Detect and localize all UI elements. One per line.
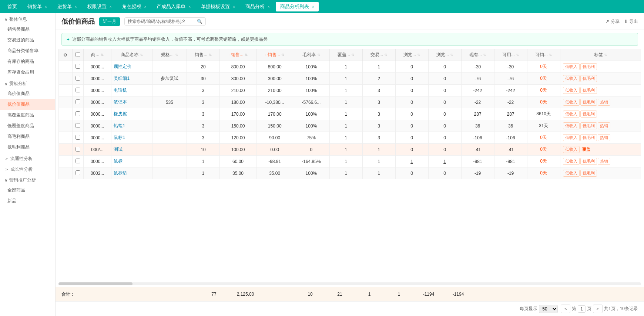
row-spec [152, 144, 187, 156]
sidebar-item-stocked-goods[interactable]: 有库存的商品 [0, 56, 55, 67]
sidebar-section-marketing[interactable]: ∨ 营销推广分析 [0, 174, 55, 185]
th-tags[interactable]: 标签 ⇅ [560, 49, 641, 61]
row-name[interactable]: 笔记本 [111, 96, 152, 108]
th-coverage[interactable]: 覆盖... ⇅ [329, 49, 362, 61]
close-icon[interactable]: × [233, 5, 235, 9]
th-stock1[interactable]: 现有... ⇅ [461, 49, 494, 61]
th-sales1[interactable]: 销售... ⇅ [187, 49, 219, 61]
row-checkbox[interactable] [76, 159, 80, 163]
sidebar-item-category-sales[interactable]: 商品分类销售率 [0, 45, 55, 56]
search-icon[interactable]: 🔍 [197, 19, 202, 24]
close-icon[interactable]: × [144, 5, 147, 9]
th-gross[interactable]: 毛利率 ⇅ [293, 49, 329, 61]
row-name[interactable]: 鼠标1 [111, 132, 152, 144]
row-s2: 60.00 [219, 156, 256, 167]
sidebar-section-liquidity[interactable]: ＞ 流通性分析 [0, 153, 55, 163]
table-row: 0000... 笔记本 535 3 180.00 -10,380... -576… [59, 96, 641, 108]
next-page-button[interactable]: ＞ [593, 305, 603, 313]
th-stock2[interactable]: 可用... ⇅ [494, 49, 527, 61]
row-name[interactable]: 属性定价 [111, 61, 152, 73]
th-browse2[interactable]: 浏览... ⇅ [428, 49, 461, 61]
export-icon: ⬇ [624, 19, 628, 24]
browse2-link[interactable]: 1 [443, 159, 446, 164]
row-stock1: -76 [461, 73, 494, 85]
row-name[interactable]: 鼠标垫 [111, 167, 152, 179]
row-spec [152, 132, 187, 144]
row-name[interactable]: 测试 [111, 144, 152, 156]
row-name[interactable]: 铅笔1 [111, 120, 152, 132]
row-checkbox[interactable] [76, 135, 80, 140]
sidebar-item-low-value[interactable]: 低价值商品 [0, 99, 55, 110]
browse-link[interactable]: 1 [410, 159, 413, 164]
th-browse1[interactable]: 浏览... ⇅ [395, 49, 428, 61]
table-row: 0000... 吴细细1 参加复试 30 300.00 300.00 100% … [59, 73, 641, 85]
sidebar-item-high-margin[interactable]: 高毛利商品 [0, 131, 55, 142]
row-tags: 低收入低毛利热销 [560, 156, 641, 167]
sidebar-item-low-coverage[interactable]: 低覆盖度商品 [0, 120, 55, 131]
th-sellable[interactable]: 可销... ⇅ [527, 49, 560, 61]
row-name[interactable]: 电话机 [111, 85, 152, 96]
footer-cell-br1: 1 [384, 290, 414, 298]
row-browse2: 0 [428, 120, 461, 132]
nav-analysis-list[interactable]: 商品分析列表 × [276, 2, 319, 11]
export-button[interactable]: ⬇ 导出 [624, 18, 638, 25]
nav-sales[interactable]: 销货单 × [23, 2, 51, 11]
sidebar-item-low-margin[interactable]: 低毛利商品 [0, 142, 55, 153]
sidebar-item-sales-goods[interactable]: 销售类商品 [0, 24, 55, 35]
row-checkbox[interactable] [76, 123, 80, 128]
close-icon[interactable]: × [312, 5, 314, 9]
sidebar-item-traded-goods[interactable]: 交易过的商品 [0, 35, 55, 45]
th-trade[interactable]: 交易... ⇅ [362, 49, 395, 61]
row-trade: 3 [362, 120, 395, 132]
sidebar-section-growth[interactable]: ＞ 成长性分析 [0, 163, 55, 174]
row-checkbox[interactable] [76, 99, 80, 104]
row-name[interactable]: 橡皮擦 [111, 108, 152, 120]
row-name[interactable]: 吴细细1 [111, 73, 152, 85]
close-icon[interactable]: × [45, 5, 47, 9]
sidebar-item-high-coverage[interactable]: 高覆盖度商品 [0, 110, 55, 120]
nav-purchase[interactable]: 进货单 × [53, 2, 81, 11]
horizontal-scrollbar[interactable] [58, 282, 641, 285]
sidebar-item-inventory-capital[interactable]: 库存资金占用 [0, 67, 55, 78]
nav-products[interactable]: 产成品入库单 × [152, 2, 195, 11]
nav-analysis[interactable]: 商品分析 × [241, 2, 274, 11]
nav-home[interactable]: 首页 [3, 2, 21, 11]
sidebar-section-contribution[interactable]: ∨ 贡献分析 [0, 78, 55, 88]
share-button[interactable]: ↗ 分享 [606, 18, 620, 25]
close-icon[interactable]: × [75, 5, 77, 9]
th-settings[interactable]: ⚙ [59, 49, 73, 61]
nav-roles[interactable]: 角色授权 × [118, 2, 151, 11]
sidebar-section-overall[interactable]: ∨ 整体信息 [0, 13, 55, 24]
row-checkbox[interactable] [76, 111, 80, 116]
close-icon[interactable]: × [268, 5, 270, 9]
row-checkbox[interactable] [76, 88, 80, 92]
first-page-button[interactable]: ＜ [561, 305, 570, 313]
row-checkbox[interactable] [76, 147, 80, 152]
row-checkbox[interactable] [76, 64, 80, 69]
row-name[interactable]: 鼠标 [111, 156, 152, 167]
th-sales2[interactable]: · 销售... ⇅ [219, 49, 256, 61]
row-code: 0000... [83, 108, 111, 120]
date-filter-button[interactable]: 近一月 [99, 17, 120, 26]
row-checkbox[interactable] [76, 76, 80, 81]
th-spec[interactable]: 规格... ⇅ [152, 49, 187, 61]
row-code: 0000... [83, 73, 111, 85]
close-icon[interactable]: × [188, 5, 191, 9]
th-code[interactable]: 商... ⇅ [83, 49, 111, 61]
per-page-select[interactable]: 50 100 200 [539, 305, 558, 313]
tag-badge: 低毛利 [580, 87, 597, 94]
search-input[interactable] [128, 19, 195, 24]
row-checkbox[interactable] [76, 170, 80, 175]
th-name[interactable]: 商品名称 ⇅ [111, 49, 152, 61]
row-checkbox-cell [72, 132, 83, 144]
row-cov: 1 [329, 144, 362, 156]
th-sales3[interactable]: · 销售... ⇅ [256, 49, 293, 61]
nav-permissions[interactable]: 权限设置 × [83, 2, 116, 11]
sidebar-item-new-goods[interactable]: 新品 [0, 196, 55, 206]
nav-templates[interactable]: 单据模板设置 × [197, 2, 239, 11]
sidebar-item-high-value[interactable]: 高价值商品 [0, 88, 55, 99]
sidebar-item-all-goods[interactable]: 全部商品 [0, 185, 55, 196]
scrollbar-thumb[interactable] [58, 282, 133, 285]
select-all-checkbox[interactable] [76, 52, 80, 57]
close-icon[interactable]: × [110, 5, 112, 9]
